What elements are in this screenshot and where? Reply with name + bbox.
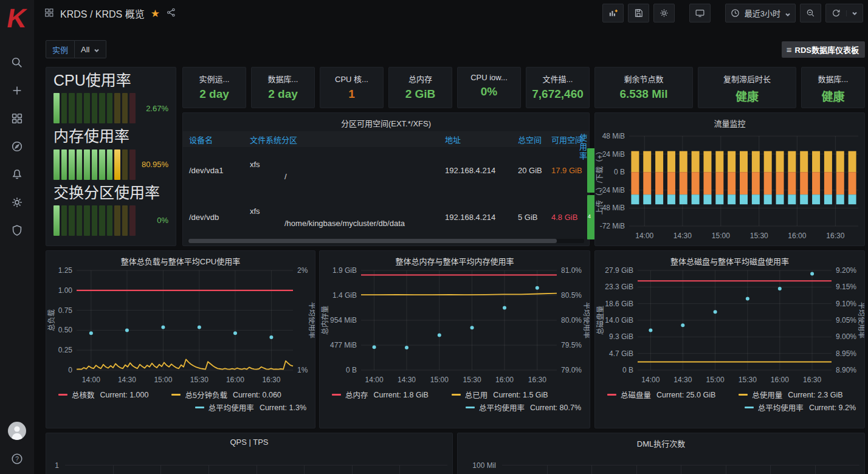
x-tick-label: 14:30 xyxy=(673,232,692,240)
gauge-value: 0% xyxy=(136,216,168,225)
gauge-cell xyxy=(99,93,105,123)
explore-compass-icon[interactable] xyxy=(10,140,24,153)
traffic-bar-segment xyxy=(667,194,675,204)
table-column-header[interactable]: 地址 xyxy=(445,134,518,145)
gauge-cell xyxy=(122,149,128,180)
time-range-picker[interactable]: 最近3小时 xyxy=(725,4,796,22)
page-title[interactable]: KRDS / KRDS 概览 xyxy=(60,6,145,21)
table-row[interactable]: /dev/vdbxfs/home/kingbase/mycluster/db/d… xyxy=(183,194,589,241)
table-row[interactable]: /dev/vda1xfs/192.168.4.21420 GiB17.9 GiB xyxy=(183,147,589,194)
legend-item-总平均使用率[interactable]: 总平均使用率Current: 80.7% xyxy=(466,402,581,413)
stat-title[interactable]: 数据库... xyxy=(252,73,314,84)
table-column-header[interactable]: 总空间 xyxy=(518,134,551,145)
disk-chart[interactable]: 27.9 GiB23.3 GiB18.6 GiB14.0 GiB9.3 GiB4… xyxy=(595,267,864,388)
legend-item-总核数[interactable]: 总核数Current: 1.000 xyxy=(58,389,148,400)
traffic-bar-segment xyxy=(800,151,808,173)
traffic-bar-segment xyxy=(680,151,687,173)
refresh-icon[interactable] xyxy=(826,4,846,22)
memory-chart[interactable]: 1.9 GiB1.4 GiB954 MiB477 MiB0 B81.0%80.5… xyxy=(320,267,590,388)
series-dot-总平均使用率 xyxy=(405,346,408,349)
traffic-bar-segment xyxy=(764,194,772,204)
stat-value: 2 GiB xyxy=(389,88,452,101)
table-column-header[interactable]: 文件系统分区 xyxy=(250,134,445,145)
panel-title[interactable]: 整体总负载与整体平均CPU使用率 xyxy=(46,251,315,267)
cycle-view-tv-button[interactable] xyxy=(689,4,711,22)
stat-value: 2 day xyxy=(183,88,246,101)
save-dashboard-button[interactable] xyxy=(628,4,649,22)
legend-current-value: Current: 80.7% xyxy=(530,404,581,412)
dml-plot[interactable]: 100 Mil xyxy=(458,452,864,474)
stat-title[interactable]: 剩余节点数 xyxy=(595,73,692,84)
legend-row: 总磁盘量Current: 25.0 GiB总使用量Current: 2.3 Gi… xyxy=(595,388,864,401)
traffic-bar-segment xyxy=(836,151,844,173)
legend-item-总磁盘量[interactable]: 总磁盘量Current: 25.0 GiB xyxy=(607,389,715,400)
series-dot-总平均使用率 xyxy=(649,328,652,332)
legend-item-总平均使用率[interactable]: 总平均使用率Current: 9.2% xyxy=(745,402,856,413)
load-cpu-chart[interactable]: 1.251.000.750.500.2502%1%14:0014:3015:00… xyxy=(46,267,315,388)
stat-title[interactable]: CPU iow... xyxy=(458,73,520,82)
dashboard-settings-button[interactable] xyxy=(653,4,675,22)
dashboard-links-button[interactable]: ≡ RDS数据库仪表板 xyxy=(782,41,865,58)
traffic-bar-segment xyxy=(800,172,808,194)
variable-value-dropdown[interactable]: All xyxy=(75,40,106,58)
traffic-bar-segment xyxy=(752,194,760,204)
gauge-cell xyxy=(92,205,98,236)
legend-item-总内存[interactable]: 总内存Current: 1.8 GiB xyxy=(332,389,429,400)
stat-title[interactable]: 复制滞后时长 xyxy=(698,73,796,84)
x-tick-label: 15:30 xyxy=(463,376,481,384)
qps-plot[interactable]: 1 xyxy=(46,452,452,474)
traffic-bar-chart[interactable]: 48 MiB24 MiB0 B-24 MiB-48 MiB-72 MiB14:0… xyxy=(595,129,864,244)
legend-item-总5分钟负载[interactable]: 总5分钟负载Current: 0.060 xyxy=(171,389,281,400)
y-tick-label-left: 23.3 GiB xyxy=(605,283,633,291)
panel-title[interactable]: 整体总内存与整体平均内存使用率 xyxy=(320,251,590,267)
dashboards-grid-icon[interactable] xyxy=(10,112,24,125)
gauge-title: 内存使用率 xyxy=(53,127,168,146)
favorite-star-icon[interactable]: ★ xyxy=(151,9,160,19)
x-tick-label: 14:30 xyxy=(118,376,136,384)
search-icon[interactable] xyxy=(10,56,24,69)
legend-item-总平均使用率[interactable]: 总平均使用率Current: 1.3% xyxy=(195,402,306,413)
zoom-out-button[interactable] xyxy=(800,4,821,22)
y-tick-label: 48 MiB xyxy=(602,132,625,140)
gauge-cell xyxy=(77,205,83,236)
panel-title[interactable]: 流量监控 xyxy=(595,113,864,129)
create-plus-icon[interactable] xyxy=(10,84,24,97)
y-tick-label-left: 954 MiB xyxy=(330,316,357,325)
cell-filesystem: xfs/home/kingbase/mycluster/db/data xyxy=(250,207,445,228)
stat-title[interactable]: 文件描... xyxy=(526,73,589,84)
legend-current-value: Current: 1.000 xyxy=(100,391,149,399)
user-avatar[interactable] xyxy=(8,422,26,442)
help-icon[interactable]: ? xyxy=(10,452,24,465)
gauge-cell xyxy=(77,93,83,123)
stat-title[interactable]: 总内存 xyxy=(389,73,452,84)
traffic-bar-segment xyxy=(703,194,711,204)
gridline-v xyxy=(113,465,114,474)
panel-title[interactable]: 整体总磁盘与整体平均磁盘使用率 xyxy=(595,251,864,267)
stat-value: 6.538 Mil xyxy=(595,88,692,101)
series-dot-总平均使用率 xyxy=(373,345,376,349)
kingbase-logo-icon[interactable]: K xyxy=(0,0,34,36)
cell-filesystem: xfs/ xyxy=(250,160,445,181)
table-column-header[interactable]: 设备名 xyxy=(189,134,250,145)
add-panel-button[interactable] xyxy=(602,4,624,22)
gauge-CPU使用率: CPU使用率2.67% xyxy=(53,71,168,123)
legend-item-总已用[interactable]: 总已用Current: 1.5 GiB xyxy=(452,389,548,400)
panel-title[interactable]: QPS | TPS xyxy=(46,433,452,447)
server-admin-shield-icon[interactable] xyxy=(10,224,24,237)
refresh-interval-dropdown[interactable] xyxy=(846,10,863,16)
gauge-value: 80.95% xyxy=(136,160,168,169)
series-dot-总平均使用率 xyxy=(269,335,273,339)
panel-title[interactable]: 分区可用空间(EXT.*/XFS) xyxy=(183,113,589,129)
panel-title[interactable]: DML执行次数 xyxy=(458,433,864,449)
legend-item-总使用量[interactable]: 总使用量Current: 2.3 GiB xyxy=(739,389,842,400)
stat-title[interactable]: 数据库... xyxy=(802,73,864,84)
stat-title[interactable]: 实例运... xyxy=(183,73,246,84)
stat-title[interactable]: CPU 核... xyxy=(320,73,383,84)
share-icon[interactable] xyxy=(166,7,176,20)
scrollbar-thumb[interactable] xyxy=(188,239,557,243)
configuration-gear-icon[interactable] xyxy=(10,196,24,209)
alerting-bell-icon[interactable] xyxy=(10,168,24,181)
gridline-v xyxy=(636,465,637,474)
traffic-bar-segment xyxy=(692,194,700,204)
x-tick-label: 16:00 xyxy=(771,376,789,384)
